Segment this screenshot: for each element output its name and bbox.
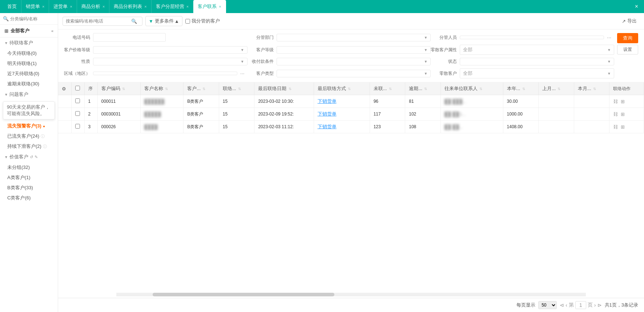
close-icon[interactable]: × (102, 4, 105, 9)
row-checkbox[interactable] (75, 111, 80, 116)
th-gear[interactable]: ⚙ (58, 82, 71, 95)
refresh-icon[interactable]: ↺ (30, 155, 33, 159)
export-button[interactable]: ↗ 导出 (619, 16, 640, 26)
sidebar-item-declining[interactable]: 持续下滑客户(2) ⓘ (0, 141, 58, 151)
current-page[interactable]: 1 (575, 301, 586, 309)
cell-this-month (574, 121, 609, 133)
filter-select-region[interactable] (93, 72, 237, 75)
chevron-down-icon: ▼ (241, 48, 244, 52)
close-icon[interactable]: × (144, 4, 146, 9)
close-icon[interactable]: × (219, 4, 221, 9)
cell-uncontact: 96 (370, 95, 405, 108)
filter-select-retail-customer[interactable]: 全部 ▼ (460, 68, 614, 78)
row-checkbox[interactable] (75, 98, 80, 103)
filter-field-status: 状态 ▼ (431, 58, 614, 65)
filter-panel: 电话号码 分管部门 ▼ 分管人员 (58, 29, 644, 82)
close-icon[interactable]: × (42, 4, 44, 9)
sidebar-item-overdue[interactable]: 逾期未联络(30) (0, 79, 58, 89)
sidebar-item-tomorrow[interactable]: 明天待联络(1) (0, 58, 58, 69)
scrollbar-track (116, 293, 586, 296)
cell-name: █████ (140, 108, 183, 121)
first-page-button[interactable]: ⊲ (560, 302, 564, 308)
more-filter-button[interactable]: ▼ 更多条件 ▲ (145, 16, 182, 26)
sidebar-section-problem-title[interactable]: ▼ 问题客户 (0, 89, 58, 100)
chevron-down-icon: ▼ (241, 60, 244, 64)
sort-icon: ⇅ (202, 87, 205, 91)
action-link-icon[interactable]: ⛓ (613, 124, 618, 130)
sidebar-section-pending: ▼ 待联络客户 今天待联络(0) 明天待联络(1) 近7天待联络(0) 逾期未联… (0, 37, 58, 89)
more-icon[interactable]: ··· (237, 70, 247, 76)
action-link-icon[interactable]: ⛓ (613, 99, 618, 104)
filter-select-customer-type[interactable]: ▼ (277, 70, 431, 77)
sidebar-item-class-c[interactable]: C类客户(6) (0, 193, 58, 203)
tab-analysis[interactable]: 商品分析 × (77, 0, 109, 13)
filter-field-phone: 电话号码 (64, 33, 247, 42)
settings-button[interactable]: 设置 (617, 45, 638, 54)
filter-select-status[interactable]: ▼ (460, 58, 614, 65)
action-grid-icon[interactable]: ⊞ (621, 124, 625, 130)
tab-customer-layer[interactable]: 客户分层经营 × (152, 0, 193, 13)
more-icon[interactable]: ··· (604, 35, 614, 40)
sidebar-item-class-b[interactable]: B类客户(33) (0, 183, 58, 193)
tab-sales[interactable]: 销货单 × (21, 0, 49, 13)
action-grid-icon[interactable]: ⊞ (621, 99, 625, 104)
last-way-link[interactable]: 下销货单 (318, 98, 337, 104)
edit-icon[interactable]: ✎ (35, 155, 38, 159)
scrollbar-thumb[interactable] (153, 293, 334, 296)
filter-label-dept: 分管部门 (247, 35, 277, 41)
my-customers-checkbox-label[interactable]: 我分管的客户 (185, 18, 220, 24)
tab-customer-contact[interactable]: 客户联系 × (193, 0, 226, 13)
filter-label-price-grade: 客户价格等级 (64, 47, 93, 53)
table-row: 1 000011 ██████ B类客户 15 2023-03-02 10:30… (58, 95, 644, 108)
filter-select-retail-attr[interactable]: 全部 ▼ (460, 45, 614, 55)
filter-select-nature[interactable]: ▼ (93, 58, 247, 65)
filter-field-payment: 收付款条件 ▼ (247, 58, 431, 65)
gear-icon[interactable]: ⚙ (62, 86, 66, 92)
last-way-link[interactable]: 下销货单 (318, 111, 337, 117)
sidebar-search-input[interactable] (10, 16, 58, 21)
tab-home[interactable]: 首页 (3, 0, 21, 13)
info-icon: ⓘ (43, 144, 47, 149)
sidebar-item-today[interactable]: 今天待联络(0) (0, 48, 58, 58)
sidebar-item-churn-warning[interactable]: 流失预警客户(3) ● (0, 121, 58, 131)
row-checkbox[interactable] (75, 124, 80, 129)
cell-no: 1 (84, 95, 97, 108)
action-grid-icon[interactable]: ⊞ (621, 112, 625, 117)
filter-select-grade[interactable]: ▼ (277, 46, 431, 54)
sidebar-item-ungrouped[interactable]: 未分组(32) (0, 162, 58, 173)
filter-field-region: 区域（地区） ··· (64, 70, 247, 77)
tab-analysis-list[interactable]: 商品分析列表 × (109, 0, 151, 13)
filter-input-phone[interactable] (93, 33, 166, 42)
last-way-link[interactable]: 下销货单 (318, 124, 337, 129)
sidebar-all-customers[interactable]: ⊞ 全部客户 « (0, 25, 58, 37)
cell-contact: 15 (219, 121, 254, 133)
filter-select-price-grade[interactable]: ▼ (93, 46, 247, 54)
sidebar-item-class-a[interactable]: A类客户(1) (0, 173, 58, 183)
filter-select-dept[interactable]: ▼ (277, 34, 431, 41)
close-icon[interactable]: × (186, 4, 189, 9)
last-page-button[interactable]: ⊳ (597, 302, 602, 308)
th-contact: 联络... ⇅ (219, 82, 254, 95)
window-close-button[interactable]: × (632, 3, 641, 10)
horizontal-scrollbar[interactable] (58, 291, 644, 298)
query-button[interactable]: 查询 (617, 33, 638, 43)
select-all-checkbox[interactable] (75, 86, 80, 90)
close-icon[interactable]: × (70, 4, 72, 9)
next-page-button[interactable]: › (594, 302, 596, 308)
my-customers-checkbox[interactable] (185, 19, 190, 24)
cell-last-month (539, 121, 574, 133)
sidebar-section-value-title[interactable]: ▼ 价值客户 ↺ ✎ (0, 151, 58, 162)
action-link-icon[interactable]: ⛓ (613, 112, 618, 117)
filter-select-payment[interactable]: ▼ (277, 58, 431, 65)
search-button[interactable]: 🔍 (131, 19, 137, 24)
sidebar-section-pending-title[interactable]: ▼ 待联络客户 (0, 37, 58, 48)
filter-field-person: 分管人员 ··· (431, 35, 614, 41)
search-input[interactable] (66, 19, 131, 24)
sidebar-item-7days[interactable]: 近7天待联络(0) (0, 69, 58, 79)
tab-purchase[interactable]: 进货单 × (49, 0, 77, 13)
prev-page-button[interactable]: ‹ (565, 302, 567, 308)
cell-last-way: 下销货单 (314, 108, 370, 121)
sidebar-item-churned[interactable]: 已流失客户(24) ⓘ (0, 131, 58, 141)
per-page-select[interactable]: 50 100 200 (538, 301, 557, 309)
filter-select-person[interactable] (460, 36, 604, 39)
